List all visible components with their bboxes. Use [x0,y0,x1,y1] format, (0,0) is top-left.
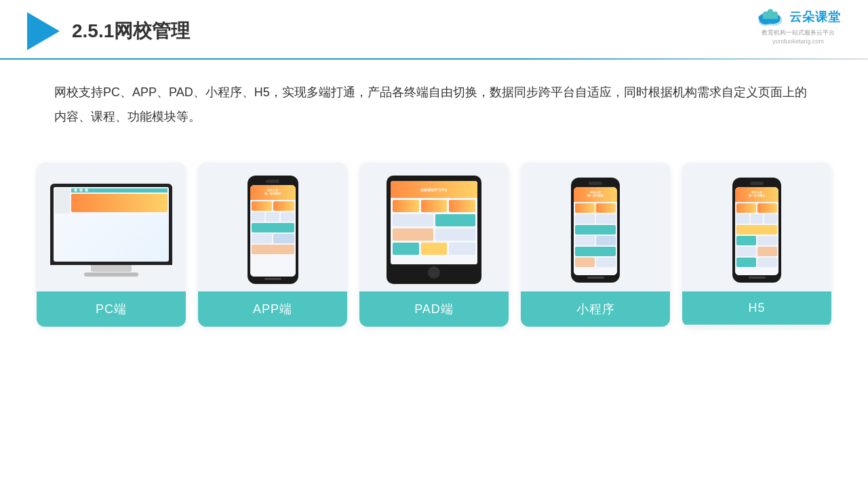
pc-card: PC端 [37,163,186,327]
brand-url: yunduoketang.com [772,38,824,45]
pad-tablet-mock: 在线课程学习平台 [387,176,481,284]
logo-triangle-icon [27,12,60,50]
pad-card: 在线课程学习平台 [359,163,509,327]
cloud-icon [755,7,785,27]
miniapp-card: 职达人的第一堂沟通课 [521,163,670,327]
brand-tagline: 教育机构一站式服务云平台 [762,28,835,37]
page-title: 2.5.1网校管理 [72,18,190,44]
svg-rect-10 [763,14,778,19]
brand-name: 云朵课堂 [789,9,841,25]
brand-logo: 云朵课堂 教育机构一站式服务云平台 yunduoketang.com [755,7,841,45]
description-text: 网校支持PC、APP、PAD、小程序、H5，实现多端打通，产品各终端自由切换，数… [0,60,868,142]
app-card: 职达人的第一堂沟通课 [198,163,347,327]
pad-image-area: 在线课程学习平台 [359,163,509,291]
app-phone-mock: 职达人的第一堂沟通课 [248,176,298,284]
miniapp-phone-mock: 职达人的第一堂沟通课 [571,178,620,283]
app-image-area: 职达人的第一堂沟通课 [198,163,347,291]
pc-mock [50,184,172,277]
page-header: 2.5.1网校管理 云朵课堂 教育机构一站式服务云平台 yunduoketang… [0,0,868,50]
app-card-label: APP端 [198,291,347,327]
pc-image-area [37,163,186,291]
h5-card-label: H5 [682,291,831,325]
pad-card-label: PAD端 [359,291,509,327]
miniapp-card-label: 小程序 [521,291,670,327]
h5-phone-mock: 职达人的第一堂沟通课 [732,178,781,283]
h5-card: 职达人的第一堂沟通课 [682,163,831,327]
miniapp-image-area: 职达人的第一堂沟通课 [521,163,670,291]
pc-card-label: PC端 [37,291,186,327]
h5-image-area: 职达人的第一堂沟通课 [682,163,831,291]
cards-container: PC端 职达人的第一堂沟通课 [0,149,868,340]
